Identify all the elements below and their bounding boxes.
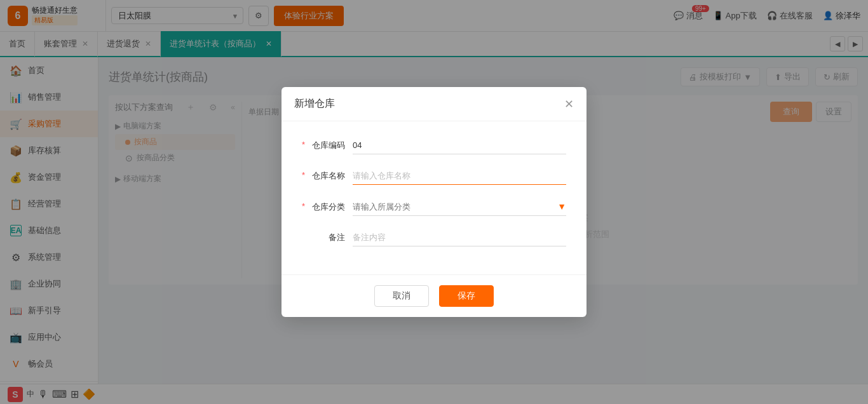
- save-btn[interactable]: 保存: [439, 285, 494, 307]
- modal-overlay: 新增仓库 ✕ 仓库编码 仓库名称 仓库分类 ▼: [0, 0, 868, 404]
- dialog-new-warehouse: 新增仓库 ✕ 仓库编码 仓库名称 仓库分类 ▼: [281, 87, 587, 317]
- dialog-close-btn[interactable]: ✕: [564, 98, 574, 110]
- dialog-header: 新增仓库 ✕: [281, 87, 587, 121]
- warehouse-category-label: 仓库分类: [302, 201, 353, 213]
- cancel-btn[interactable]: 取消: [374, 285, 429, 307]
- warehouse-category-input[interactable]: [353, 202, 557, 212]
- form-row-category: 仓库分类 ▼: [302, 198, 566, 216]
- warehouse-name-label: 仓库名称: [302, 170, 353, 182]
- warehouse-code-label: 仓库编码: [302, 140, 353, 151]
- dialog-footer: 取消 保存: [281, 274, 587, 317]
- warehouse-name-input[interactable]: [353, 167, 566, 185]
- dialog-title: 新增仓库: [294, 97, 335, 111]
- warehouse-code-input[interactable]: [353, 137, 566, 154]
- form-row-note: 备注: [302, 229, 566, 246]
- form-row-name: 仓库名称: [302, 167, 566, 185]
- dialog-body: 仓库编码 仓库名称 仓库分类 ▼ 备注: [281, 121, 587, 274]
- category-dropdown-icon: ▼: [557, 201, 566, 212]
- warehouse-category-select[interactable]: ▼: [353, 198, 566, 216]
- note-label: 备注: [302, 232, 353, 243]
- note-input[interactable]: [353, 229, 566, 246]
- form-row-code: 仓库编码: [302, 137, 566, 154]
